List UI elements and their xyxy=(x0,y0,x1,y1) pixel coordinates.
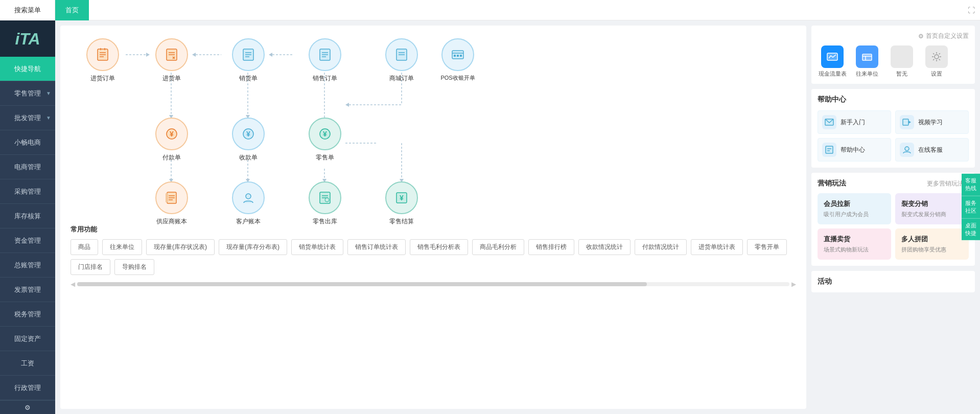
sidebar-item-行政管理[interactable]: 行政管理 xyxy=(0,376,55,400)
help-item-帮助中心[interactable]: 帮助中心 xyxy=(818,138,891,162)
node-pos-cashier[interactable]: POS收银开单 xyxy=(435,38,481,82)
scroll-bar[interactable]: ◀ ▶ xyxy=(71,280,796,288)
marketing-item-裂变分销[interactable]: 裂变分销裂变式发展分销商 xyxy=(895,193,969,224)
node-sales-bill[interactable]: 销货单 xyxy=(225,38,271,83)
node-receipt[interactable]: ¥ 收款单 xyxy=(225,118,271,162)
svg-point-76 xyxy=(905,147,909,151)
help-item-视频学习[interactable]: 视频学习 xyxy=(895,110,969,134)
scroll-left[interactable]: ◀ xyxy=(71,281,75,288)
function-button[interactable]: 进货单统计表 xyxy=(691,239,743,255)
float-button-服务
社区[interactable]: 服务 社区 xyxy=(962,196,980,219)
retail-settle-icon: ¥ xyxy=(385,181,418,214)
function-button[interactable]: 收款情况统计 xyxy=(578,239,631,255)
node-purchase-order[interactable]: 进货订单 xyxy=(80,38,126,83)
svg-point-58 xyxy=(246,194,251,199)
retail-out-label: 零售出库 xyxy=(313,217,337,226)
customize-label: 首页自定义设置 xyxy=(926,32,969,40)
node-supplier-account[interactable]: 供应商账本 xyxy=(149,181,195,226)
sales-order-icon xyxy=(309,38,341,71)
node-retail-bill[interactable]: ¥ 零售单 xyxy=(302,118,348,162)
sidebar-item-总账管理[interactable]: 总账管理 xyxy=(0,253,55,278)
search-menu-btn[interactable]: 搜索菜单 xyxy=(0,0,55,20)
node-customer-account[interactable]: 客户账本 xyxy=(225,181,271,226)
marketing-item-title: 多人拼团 xyxy=(901,235,963,244)
svg-rect-73 xyxy=(826,146,833,153)
help-center-section: 帮助中心 新手入门视频学习帮助中心在线客服 xyxy=(811,89,975,168)
function-button[interactable]: 销售排行榜 xyxy=(528,239,574,255)
payment-label: 付款单 xyxy=(162,153,181,162)
sales-bill-icon xyxy=(232,38,265,71)
sidebar-item-库存核算[interactable]: 库存核算 xyxy=(0,204,55,228)
marketing-section: 营销玩法 更多营销玩法 > 会员拉新吸引用户成为会员裂变分销裂变式发展分销商直播… xyxy=(811,173,975,266)
function-button[interactable]: 导购排名 xyxy=(114,259,154,275)
quick-icon-设置[interactable]: 设置 xyxy=(922,45,951,78)
activity-section: 活动 xyxy=(811,271,975,292)
fullscreen-button[interactable]: ⛶ xyxy=(968,6,975,14)
marketing-item-直播卖货[interactable]: 直播卖货场景式购物新玩法 xyxy=(818,228,891,260)
pos-cashier-icon xyxy=(441,38,474,71)
help-item-label: 在线客服 xyxy=(918,146,943,154)
quick-icon-symbol xyxy=(856,45,878,68)
pos-cashier-label: POS收银开单 xyxy=(440,74,475,82)
svg-rect-46 xyxy=(460,55,462,57)
svg-rect-45 xyxy=(457,55,459,57)
node-sales-order[interactable]: 销售订单 xyxy=(302,38,348,83)
function-button[interactable]: 门店排名 xyxy=(71,259,110,275)
sidebar-item-采购管理[interactable]: 采购管理 xyxy=(0,179,55,204)
function-button[interactable]: 销货单统计表 xyxy=(291,239,343,255)
quick-icon-label: 现金流量表 xyxy=(819,70,847,78)
quick-icon-暂无[interactable]: 暂无 xyxy=(887,45,917,78)
sidebar-item-小畅电商[interactable]: 小畅电商 xyxy=(0,130,55,155)
function-button[interactable]: 现存量(库存分布表) xyxy=(219,239,287,255)
help-icon-帮助中心 xyxy=(822,143,836,157)
function-button[interactable]: 销售毛利分析表 xyxy=(410,239,468,255)
function-button[interactable]: 销售订单统计表 xyxy=(347,239,406,255)
scroll-right[interactable]: ▶ xyxy=(791,281,796,288)
sidebar-logo: iTA xyxy=(0,20,55,57)
sidebar-item-零售管理[interactable]: 零售管理▼ xyxy=(0,81,55,106)
svg-text:¥: ¥ xyxy=(170,130,174,138)
home-tab[interactable]: 首页 xyxy=(55,0,89,20)
marketing-item-desc: 吸引用户成为会员 xyxy=(824,211,885,218)
svg-point-62 xyxy=(325,198,329,202)
sidebar-item-工资[interactable]: 工资 xyxy=(0,351,55,376)
node-retail-out[interactable]: 零售出库 xyxy=(302,181,348,226)
node-purchase-bill[interactable]: 进货单 xyxy=(149,38,195,83)
function-button[interactable]: 现存量(库存状况表) xyxy=(146,239,215,255)
purchase-order-label: 进货订单 xyxy=(90,74,115,83)
main-panel: 进货订单 进货单 销货单 xyxy=(60,26,806,409)
scroll-track[interactable] xyxy=(77,282,789,286)
help-item-在线客服[interactable]: 在线客服 xyxy=(895,138,969,162)
float-button-客服
热线[interactable]: 客服 热线 xyxy=(962,174,980,196)
function-button[interactable]: 付款情况统计 xyxy=(635,239,687,255)
right-float-buttons: 客服 热线服务 社区桌面 快捷 xyxy=(962,174,980,240)
help-item-新手入门[interactable]: 新手入门 xyxy=(818,110,891,134)
float-button-桌面
快捷[interactable]: 桌面 快捷 xyxy=(962,218,980,240)
svg-point-69 xyxy=(935,55,939,59)
function-button[interactable]: 商品 xyxy=(71,239,98,255)
sidebar-item-税务管理[interactable]: 税务管理 xyxy=(0,302,55,327)
function-button[interactable]: 零售开单 xyxy=(747,239,787,255)
function-button[interactable]: 往来单位 xyxy=(102,239,142,255)
customize-header[interactable]: ⚙ 首页自定义设置 xyxy=(818,32,969,40)
node-retail-settle[interactable]: ¥ 零售结算 xyxy=(379,181,425,226)
marketing-item-会员拉新[interactable]: 会员拉新吸引用户成为会员 xyxy=(818,193,891,224)
function-button[interactable]: 商品毛利分析 xyxy=(472,239,524,255)
sidebar-item-资金管理[interactable]: 资金管理 xyxy=(0,228,55,253)
activity-title: 活动 xyxy=(818,277,969,286)
sidebar-item-发票管理[interactable]: 发票管理 xyxy=(0,278,55,302)
sidebar-item-固定资产[interactable]: 固定资产 xyxy=(0,327,55,351)
flow-arrows xyxy=(71,36,489,220)
svg-rect-44 xyxy=(454,55,456,57)
sidebar-item-快捷导航[interactable]: 快捷导航 xyxy=(0,57,55,81)
quick-icon-现金流量表[interactable]: 现金流量表 xyxy=(818,45,847,78)
node-mall-order[interactable]: 商城订单 xyxy=(379,38,425,83)
marketing-item-多人拼团[interactable]: 多人拼团拼团购物享受优惠 xyxy=(895,228,969,260)
node-payment[interactable]: ¥ 付款单 xyxy=(149,118,195,162)
sidebar-settings[interactable]: ⚙ xyxy=(0,400,55,414)
sidebar-item-电商管理[interactable]: 电商管理 xyxy=(0,155,55,179)
retail-bill-label: 零售单 xyxy=(316,153,334,162)
quick-icon-往来单位[interactable]: 往来单位 xyxy=(852,45,882,78)
sidebar-item-批发管理[interactable]: 批发管理▼ xyxy=(0,106,55,130)
chevron-icon: ▼ xyxy=(46,90,51,96)
